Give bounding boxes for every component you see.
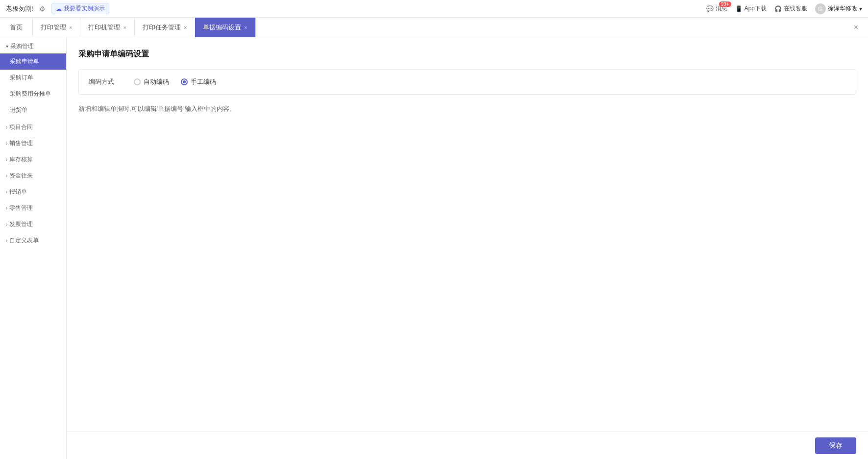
message-badge: 99+ [719, 1, 731, 7]
radio-manual-label: 手工编码 [191, 77, 216, 86]
tab-home[interactable]: 首页 [0, 18, 33, 37]
tab-print-mgmt-label: 打印管理 [41, 23, 66, 32]
encoding-label: 编码方式 [89, 77, 118, 86]
radio-manual-encoding[interactable]: 手工编码 [181, 77, 216, 86]
top-bar: 老板勿割! ⚙ ☁ 我要看实例演示 💬 消息 99+ 📱 App下载 🎧 在线客… [0, 0, 868, 18]
page-content: 采购申请单编码设置 编码方式 自动编码 手工编码 [67, 37, 868, 432]
content-area: 采购申请单编码设置 编码方式 自动编码 手工编码 [67, 37, 868, 459]
sidebar-group-custom: › 自定义表单 [0, 231, 66, 248]
sidebar-group-inventory: › 库存核算 [0, 151, 66, 167]
tab-print-task-close[interactable]: × [184, 25, 187, 30]
sidebar-group-sales: › 销售管理 [0, 134, 66, 151]
top-bar-right: 💬 消息 99+ 📱 App下载 🎧 在线客服 徐 徐泽华修改 ▾ [706, 3, 862, 14]
tab-print-task[interactable]: 打印任务管理 × [135, 18, 195, 37]
radio-auto-label: 自动编码 [144, 77, 169, 86]
close-panel-icon[interactable]: × [850, 21, 862, 34]
chevron-down-icon: ▾ [6, 44, 8, 49]
sidebar-item-purchase-request[interactable]: 采购申请单 [0, 53, 66, 70]
avatar: 徐 [815, 3, 826, 14]
chevron-right-icon-4: › [6, 173, 7, 178]
radio-group-encoding: 自动编码 手工编码 [134, 77, 216, 86]
message-button[interactable]: 💬 消息 99+ [706, 4, 727, 13]
tab-home-label: 首页 [10, 23, 23, 32]
chevron-right-icon-8: › [6, 238, 7, 243]
demo-button[interactable]: ☁ 我要看实例演示 [51, 3, 109, 14]
tab-doc-code[interactable]: 单据编码设置 × [195, 18, 255, 37]
save-button[interactable]: 保存 [815, 437, 856, 454]
radio-manual-circle [181, 78, 188, 85]
app-download-button[interactable]: 📱 App下载 [735, 4, 767, 13]
sidebar-item-purchase-order[interactable]: 采购订单 [0, 70, 66, 86]
description-text: 新增和编辑单据时,可以编辑'单据编号'输入框中的内容。 [78, 104, 856, 113]
chevron-right-icon-6: › [6, 205, 7, 211]
tab-print-mgmt[interactable]: 打印管理 × [33, 18, 80, 37]
user-name: 徐泽华修改 [828, 4, 857, 13]
chevron-right-icon-2: › [6, 141, 7, 146]
sidebar-group-custom-title[interactable]: › 自定义表单 [0, 231, 66, 248]
sidebar-group-inventory-title[interactable]: › 库存核算 [0, 151, 66, 167]
online-service-button[interactable]: 🎧 在线客服 [774, 4, 807, 13]
top-bar-left: 老板勿割! ⚙ ☁ 我要看实例演示 [6, 3, 109, 14]
settings-icon[interactable]: ⚙ [39, 5, 46, 13]
app-download-icon: 📱 [735, 5, 743, 12]
radio-auto-encoding[interactable]: 自动编码 [134, 77, 169, 86]
message-icon: 💬 [706, 5, 714, 12]
chevron-right-icon-3: › [6, 157, 7, 162]
tab-doc-code-label: 单据编码设置 [203, 23, 241, 32]
headset-icon: 🎧 [774, 5, 782, 12]
sidebar-group-expense-title[interactable]: › 报销单 [0, 183, 66, 199]
tab-printer-mgmt-label: 打印机管理 [88, 23, 120, 32]
tab-doc-code-close[interactable]: × [244, 25, 247, 30]
main-layout: ▾ 采购管理 采购申请单 采购订单 采购费用分摊单 进货单 › 项目合同 [0, 37, 868, 459]
sidebar-group-project-title[interactable]: › 项目合同 [0, 118, 66, 134]
app-download-label: App下载 [744, 4, 767, 13]
sidebar-group-expense: › 报销单 [0, 183, 66, 199]
chevron-right-icon-5: › [6, 189, 7, 195]
tab-printer-mgmt-close[interactable]: × [123, 25, 126, 30]
page-title: 采购申请单编码设置 [78, 49, 856, 59]
sidebar-group-sales-title[interactable]: › 销售管理 [0, 134, 66, 151]
tab-print-mgmt-close[interactable]: × [69, 25, 72, 30]
sidebar-group-retail: › 零售管理 [0, 199, 66, 215]
app-title: 老板勿割! [6, 4, 33, 13]
chevron-right-icon-7: › [6, 222, 7, 227]
sidebar-group-invoice: › 发票管理 [0, 215, 66, 231]
sidebar-group-retail-title[interactable]: › 零售管理 [0, 199, 66, 215]
sidebar-group-project: › 项目合同 [0, 118, 66, 134]
sidebar-group-invoice-title[interactable]: › 发票管理 [0, 215, 66, 231]
demo-label: 我要看实例演示 [64, 4, 105, 13]
online-service-label: 在线客服 [784, 4, 807, 13]
sidebar-group-purchase-title[interactable]: ▾ 采购管理 [0, 37, 66, 53]
sidebar-group-purchase: ▾ 采购管理 采购申请单 采购订单 采购费用分摊单 进货单 [0, 37, 66, 118]
demo-icon: ☁ [56, 5, 62, 12]
user-menu[interactable]: 徐 徐泽华修改 ▾ [815, 3, 862, 14]
sidebar-item-purchase-stock[interactable]: 进货单 [0, 102, 66, 118]
sidebar-item-purchase-expense[interactable]: 采购费用分摊单 [0, 86, 66, 102]
user-dropdown-icon: ▾ [859, 5, 862, 12]
tab-printer-mgmt[interactable]: 打印机管理 × [80, 18, 134, 37]
encoding-section: 编码方式 自动编码 手工编码 [78, 69, 856, 95]
sidebar: ▾ 采购管理 采购申请单 采购订单 采购费用分摊单 进货单 › 项目合同 [0, 37, 67, 459]
sidebar-group-finance-title[interactable]: › 资金往来 [0, 167, 66, 183]
encoding-row: 编码方式 自动编码 手工编码 [89, 77, 846, 86]
tab-bar: 首页 打印管理 × 打印机管理 × 打印任务管理 × 单据编码设置 × × [0, 18, 868, 37]
sidebar-group-finance: › 资金往来 [0, 167, 66, 183]
footer-bar: 保存 [67, 432, 868, 459]
chevron-right-icon: › [6, 125, 7, 130]
tab-print-task-label: 打印任务管理 [143, 23, 181, 32]
radio-auto-circle [134, 78, 141, 85]
